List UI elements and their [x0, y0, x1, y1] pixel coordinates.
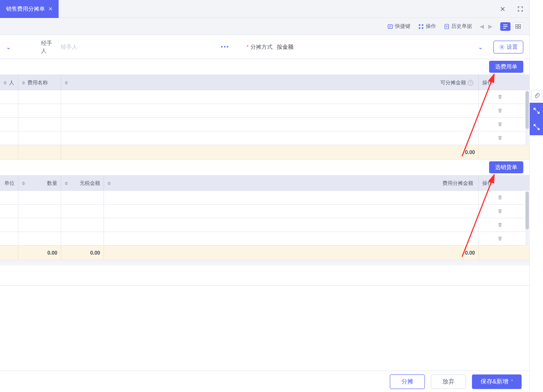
- settings-button[interactable]: 设置: [493, 41, 523, 53]
- table-row: [0, 90, 529, 104]
- svg-rect-7: [519, 24, 521, 26]
- allocate-button[interactable]: 分摊: [390, 374, 425, 389]
- tab-sales-cost-alloc[interactable]: 销售费用分摊单 ✕: [0, 0, 59, 18]
- row-delete-button[interactable]: [479, 90, 521, 104]
- shortcut-button[interactable]: 快捷键: [387, 23, 410, 30]
- handler-label: 经手人: [41, 39, 56, 55]
- col-payee-name[interactable]: 人: [9, 79, 14, 86]
- svg-rect-6: [516, 24, 518, 26]
- save-and-new-button[interactable]: 保存&新增 ˄: [472, 374, 522, 389]
- row-delete-button[interactable]: [479, 232, 521, 245]
- history-button[interactable]: 历史单据: [444, 23, 472, 30]
- scrollbar[interactable]: [525, 191, 529, 246]
- discard-button[interactable]: 放弃: [431, 374, 466, 389]
- row-delete-button[interactable]: [479, 218, 521, 232]
- sum-qty: 0.00: [18, 246, 61, 260]
- table-row: [0, 205, 529, 218]
- svg-rect-2: [422, 24, 424, 26]
- col-alloc-cost[interactable]: 费用分摊金额: [442, 180, 473, 187]
- method-label: *分摊方式: [246, 43, 273, 51]
- svg-rect-3: [419, 27, 421, 29]
- svg-rect-4: [422, 27, 424, 29]
- sum-amount-no-tax: 0.00: [61, 246, 104, 260]
- row-delete-button[interactable]: [479, 104, 521, 117]
- chevron-up-icon: ˄: [511, 379, 513, 384]
- svg-rect-1: [419, 24, 421, 26]
- table-row: [0, 131, 529, 145]
- method-value[interactable]: 按金额: [277, 43, 431, 51]
- nav-next-icon[interactable]: ▶: [488, 23, 493, 30]
- window-close-icon[interactable]: ✕: [493, 0, 511, 18]
- svg-rect-0: [388, 24, 393, 28]
- svg-rect-8: [516, 27, 518, 29]
- view-list-button[interactable]: [500, 22, 510, 31]
- attachment-icon[interactable]: [531, 90, 542, 101]
- shortcut-label: 快捷键: [395, 23, 410, 30]
- svg-rect-9: [519, 27, 521, 29]
- sum-alloc-cost: 0.00: [104, 246, 479, 260]
- settings-label: 设置: [507, 43, 518, 51]
- expand-out-icon[interactable]: [530, 103, 543, 119]
- col-qty[interactable]: 数量: [47, 180, 57, 187]
- table-row: [0, 218, 529, 232]
- col-unit[interactable]: 单位: [4, 180, 15, 187]
- tab-title: 销售费用分摊单: [6, 0, 45, 18]
- tab-close-icon[interactable]: ✕: [48, 0, 53, 18]
- expand-in-icon[interactable]: [530, 119, 543, 135]
- col-cost-name[interactable]: 费用名称: [27, 79, 48, 86]
- table-row: [0, 104, 529, 118]
- help-icon[interactable]: ?: [468, 80, 473, 86]
- sum-allocatable: 0.00: [61, 145, 479, 159]
- table-row: [0, 191, 529, 205]
- scrollbar[interactable]: [525, 90, 529, 145]
- nav-prev-icon[interactable]: ◀: [480, 23, 484, 30]
- col-amount-no-tax[interactable]: 无税金额: [80, 180, 100, 187]
- row-delete-button[interactable]: [479, 191, 521, 204]
- col-allocatable[interactable]: 可分摊金额: [440, 79, 466, 86]
- history-label: 历史单据: [451, 23, 472, 30]
- row-delete-button[interactable]: [479, 131, 521, 145]
- select-cost-bill-button[interactable]: 选费用单: [489, 61, 523, 73]
- col-operation-2: 操作: [482, 180, 493, 187]
- row-delete-button[interactable]: [479, 205, 521, 218]
- table-row: [0, 232, 529, 246]
- select-sales-bill-button[interactable]: 选销货单: [489, 161, 523, 173]
- col-operation-1: 操作: [482, 79, 493, 86]
- save-and-new-label: 保存&新增: [481, 378, 508, 386]
- row-delete-button[interactable]: [479, 118, 521, 131]
- table-row: [0, 118, 529, 131]
- method-chevron-icon[interactable]: ⌄: [478, 44, 483, 50]
- fullscreen-icon[interactable]: [511, 0, 529, 18]
- handler-input[interactable]: [60, 41, 214, 53]
- form-collapse-icon[interactable]: ⌄: [6, 44, 11, 50]
- operate-button[interactable]: 操作: [418, 23, 436, 30]
- handler-lookup-icon[interactable]: •••: [221, 44, 229, 50]
- view-grid-button[interactable]: [513, 22, 523, 31]
- svg-rect-5: [445, 24, 449, 29]
- svg-point-10: [501, 46, 503, 48]
- operate-label: 操作: [426, 23, 436, 30]
